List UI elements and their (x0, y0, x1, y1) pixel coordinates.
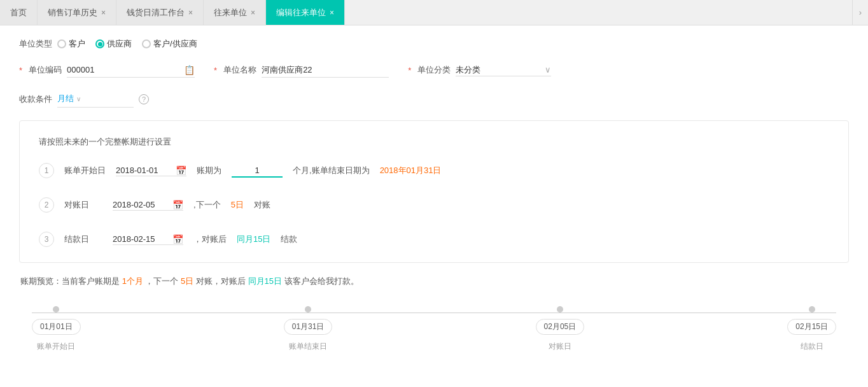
tab-partner-units[interactable]: 往来单位 × (204, 0, 266, 25)
radio-customer-label: 客户 (69, 38, 85, 50)
timeline-item-1: 01月31日 账单结束日 (284, 306, 333, 352)
unit-name-label: 单位名称 (223, 64, 256, 76)
row-3-highlight: 同月15日 (237, 234, 270, 245)
timeline-container: 01月01日 账单开始日 01月31日 账单结束日 02月05日 对账日 (19, 306, 849, 352)
unit-category-star: * (408, 66, 411, 75)
tab-edit-partner[interactable]: 编辑往来单位 × (266, 0, 345, 25)
tab-sales-order-history[interactable]: 销售订单历史 × (38, 0, 116, 25)
payment-terms-group: 收款条件 月结 ∨ ? (19, 90, 149, 108)
row-1-period-suffix: 个月,账单结束日期为 (293, 165, 370, 176)
settings-row-1: 1 账单开始日 📅 账期为 个月,账单结束日期为 2018年01月31日 (39, 163, 829, 178)
timeline-node-3: 02月15日 (787, 319, 836, 335)
row-1-label: 账单开始日 (64, 165, 106, 176)
row-2-highlight: 5日 (231, 199, 244, 211)
row-1-date-input: 📅 (116, 165, 186, 176)
preview-mid2: 对账，对账后 (196, 276, 246, 286)
row-2-date-input: 📅 (113, 200, 183, 211)
payment-terms-help-icon[interactable]: ? (139, 94, 149, 104)
tab-bar: 首页 销售订单历史 × 钱货日清工作台 × 往来单位 × 编辑往来单位 × › (0, 0, 868, 25)
radio-customer-circle (57, 39, 66, 48)
preview-mid1: ，下一个 (145, 276, 178, 286)
timeline-node-2: 02月05日 (536, 319, 585, 335)
settings-row-2: 2 对账日 📅 ,下一个 5日 对账 (39, 197, 829, 213)
unit-category-value: 未分类 (456, 64, 542, 76)
tab-partner-units-close[interactable]: × (251, 8, 255, 17)
tab-cash-clearing-close[interactable]: × (188, 8, 193, 17)
row-2-calendar-icon[interactable]: 📅 (172, 200, 183, 210)
timeline-label-2: 对账日 (549, 341, 571, 352)
radio-supplier-circle (95, 39, 104, 48)
radio-both[interactable]: 客户/供应商 (142, 38, 197, 50)
radio-both-circle (142, 39, 151, 48)
unit-category-group: * 单位分类 未分类 ∨ (408, 64, 551, 76)
timeline-node-1: 01月31日 (284, 319, 333, 335)
timeline-node-0: 01月01日 (32, 319, 81, 335)
timeline-label-3: 结款日 (801, 341, 823, 352)
unit-name-input[interactable] (262, 62, 389, 78)
tab-home[interactable]: 首页 (0, 0, 38, 25)
unit-code-label: 单位编码 (29, 64, 62, 76)
preview-part1: 1个月 (122, 276, 143, 286)
row-number-2: 2 (39, 197, 54, 213)
row-2-suffix-after: 对账 (254, 199, 270, 211)
tab-partner-units-label: 往来单位 (214, 7, 247, 18)
settings-box: 请按照未来的一个完整帐期进行设置 1 账单开始日 📅 账期为 个月,账单结束日期… (19, 120, 849, 263)
unit-info-row: * 单位编码 📋 * 单位名称 * 单位分类 未分类 ∨ (19, 62, 849, 78)
row-1-end-date: 2018年01月31日 (380, 165, 442, 176)
payment-terms-label: 收款条件 (19, 94, 52, 105)
tab-edit-partner-label: 编辑往来单位 (276, 7, 326, 18)
unit-category-label: 单位分类 (417, 64, 451, 76)
timeline-dot-0 (53, 306, 59, 313)
radio-supplier-label: 供应商 (107, 38, 132, 50)
row-3-label: 结款日 (64, 234, 102, 245)
tab-home-label: 首页 (10, 7, 27, 18)
row-2-suffix-before: ,下一个 (193, 199, 221, 211)
timeline-item-3: 02月15日 结款日 (787, 306, 836, 352)
timeline-item-0: 01月01日 账单开始日 (32, 306, 81, 352)
unit-code-input-wrapper: 📋 (67, 62, 195, 78)
preview-part2: 5日 (181, 276, 193, 286)
radio-both-label: 客户/供应商 (153, 38, 197, 50)
unit-code-input[interactable] (67, 62, 181, 77)
unit-type-group: 单位类型 客户 供应商 客户/供应商 (19, 38, 197, 50)
row-number-3: 3 (39, 232, 54, 247)
row-number-1: 1 (39, 163, 54, 178)
unit-category-dropdown[interactable]: 未分类 ∨ (456, 64, 551, 76)
row-1-period-input[interactable] (232, 164, 283, 178)
settings-title: 请按照未来的一个完整帐期进行设置 (39, 136, 829, 148)
preview-section: 账期预览：当前客户账期是 1个月 ，下一个 5日 对账，对账后 同月15日 该客… (19, 276, 849, 287)
timeline-label-1: 账单结束日 (289, 341, 327, 352)
tab-cash-clearing[interactable]: 钱货日清工作台 × (116, 0, 204, 25)
timeline-dot-3 (809, 306, 815, 313)
radio-customer[interactable]: 客户 (57, 38, 85, 50)
row-1-calendar-icon[interactable]: 📅 (176, 165, 186, 176)
unit-type-row: 单位类型 客户 供应商 客户/供应商 (19, 38, 849, 50)
timeline-dot-1 (305, 306, 311, 313)
unit-code-icon[interactable]: 📋 (184, 65, 195, 75)
tab-cash-clearing-label: 钱货日清工作台 (127, 7, 185, 18)
radio-group: 客户 供应商 客户/供应商 (57, 38, 197, 50)
timeline-nodes: 01月01日 账单开始日 01月31日 账单结束日 02月05日 对账日 (32, 306, 836, 352)
unit-name-group: * 单位名称 (214, 62, 389, 78)
unit-name-star: * (214, 66, 217, 75)
main-content: 单位类型 客户 供应商 客户/供应商 * 单位编码 (0, 25, 868, 387)
unit-category-arrow-icon: ∨ (545, 65, 551, 74)
tab-sales-order-history-close[interactable]: × (101, 8, 106, 17)
row-3-date-field[interactable] (113, 234, 170, 244)
row-2-date-field[interactable] (113, 200, 170, 209)
row-1-period-label: 账期为 (197, 165, 221, 176)
row-3-calendar-icon[interactable]: 📅 (172, 234, 183, 244)
row-3-date-input: 📅 (113, 234, 183, 245)
tab-sales-order-history-label: 销售订单历史 (48, 7, 97, 18)
timeline-item-2: 02月05日 对账日 (536, 306, 585, 352)
row-1-date-field[interactable] (116, 165, 173, 175)
payment-terms-dropdown[interactable]: 月结 ∨ (57, 90, 134, 108)
unit-type-label: 单位类型 (19, 38, 52, 50)
preview-suffix: 该客户会给我打款。 (284, 276, 359, 286)
tab-scroll-right[interactable]: › (852, 0, 868, 25)
radio-supplier[interactable]: 供应商 (95, 38, 132, 50)
tab-edit-partner-close[interactable]: × (330, 8, 334, 17)
payment-terms-row: 收款条件 月结 ∨ ? (19, 90, 849, 108)
preview-prefix: 账期预览：当前客户账期是 (20, 276, 120, 286)
unit-code-group: * 单位编码 📋 (19, 62, 195, 78)
